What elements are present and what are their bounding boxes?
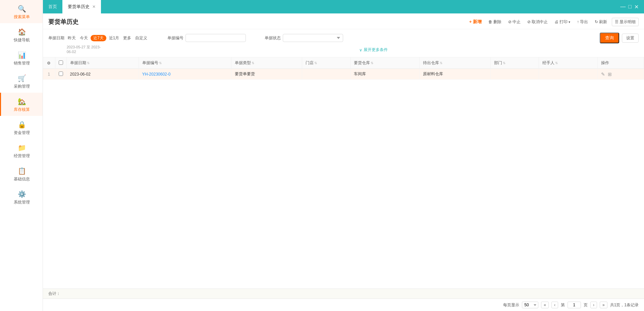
date-shortcuts: 昨天今天近7天近1月更多自定义: [66, 35, 149, 41]
system-icon: ⚙️: [18, 190, 26, 198]
close-window-icon[interactable]: ✕: [634, 4, 639, 10]
row-actions: ✎ ⊞: [597, 69, 644, 80]
row-order-no: YH-20230602-0: [139, 69, 231, 80]
export-icon: ↑: [577, 19, 579, 24]
prev-page-button[interactable]: ‹: [551, 302, 558, 308]
basicinfo-icon: 📋: [18, 167, 26, 175]
sidebar-item-purchase[interactable]: 🛒 采购管理: [0, 70, 43, 93]
select-all-checkbox[interactable]: [59, 60, 63, 65]
row-checkbox[interactable]: [59, 72, 63, 76]
tab-label-home: 首页: [48, 4, 57, 10]
date-shortcut-近1月[interactable]: 近1月: [108, 35, 121, 41]
order-no-filter-group: 单据编号: [167, 34, 246, 42]
tab-label-requisition-history: 要货单历史: [68, 4, 90, 10]
col-order-no[interactable]: 单据编号⇅: [139, 57, 231, 69]
col-pending-warehouse[interactable]: 待出仓库⇅: [420, 57, 491, 69]
table-row: 1 2023-06-02 YH-20230602-0 要货单要货 车间库 原材料…: [43, 69, 644, 80]
sidebar-item-system[interactable]: ⚙️ 系统管理: [0, 185, 43, 209]
col-req-warehouse[interactable]: 要货仓库⇅: [351, 57, 420, 69]
col-store[interactable]: 门店⇅: [302, 57, 351, 69]
detail-icon[interactable]: ⊞: [608, 72, 612, 77]
tab-home[interactable]: 首页: [43, 0, 62, 13]
purchase-icon: 🛒: [18, 74, 26, 82]
row-order-type: 要货单要货: [231, 69, 302, 80]
row-checkbox-cell: [55, 69, 66, 80]
status-label: 单据状态: [265, 35, 281, 41]
row-pending-warehouse: 原材料仓库: [420, 69, 491, 80]
next-page-button[interactable]: ›: [590, 302, 597, 308]
delete-icon: 🗑: [488, 19, 492, 24]
topbar-right: — □ ✕: [620, 4, 644, 10]
status-select[interactable]: [283, 34, 343, 42]
sidebar-item-finance[interactable]: 🔒 资金管理: [0, 116, 43, 139]
filter-row-2: 2023-05-27 至 2023-06-02 ∨ 展开更多条件: [48, 44, 639, 54]
table-header-row: ⚙ 单据日期⇅ 单据编号⇅ 单据类型⇅ 门店⇅ 要货仓库⇅ 待出仓库⇅ 部门⇅ …: [43, 57, 644, 69]
order-no-input[interactable]: [185, 34, 246, 42]
edit-icon[interactable]: ✎: [601, 72, 605, 77]
row-req-warehouse: 车间库: [351, 69, 420, 80]
suspend-icon: ⊘: [508, 19, 512, 24]
last-page-button[interactable]: »: [600, 302, 607, 308]
page-size-label: 每页显示: [503, 302, 519, 308]
new-button[interactable]: + 新增: [467, 17, 484, 26]
minimize-icon[interactable]: —: [620, 4, 626, 10]
table-footer: 合计：: [43, 288, 644, 299]
date-shortcut-自定义[interactable]: 自定义: [134, 35, 149, 41]
sidebar-item-label-operations: 经营管理: [14, 153, 30, 159]
date-shortcut-近7天[interactable]: 近7天: [91, 35, 106, 41]
refresh-button[interactable]: ↻ 刷新: [593, 18, 609, 26]
total-info: 共1页，1条记录: [610, 302, 639, 308]
quicknav-icon: 🏠: [18, 28, 26, 36]
order-no-link[interactable]: YH-20230602-0: [142, 72, 171, 77]
date-shortcut-昨天[interactable]: 昨天: [66, 35, 77, 41]
sales-icon: 📊: [18, 51, 26, 59]
total-label: 合计：: [48, 291, 60, 296]
date-filter-label: 单据日期: [48, 35, 64, 41]
filter-row-1: 单据日期 昨天今天近7天近1月更多自定义 单据编号 单据状态: [48, 33, 639, 43]
print-icon: 🖨: [554, 19, 558, 24]
export-button[interactable]: ↑ 导出: [575, 18, 590, 26]
col-order-type[interactable]: 单据类型⇅: [231, 57, 302, 69]
page-word: 第: [561, 302, 565, 308]
col-settings[interactable]: ⚙: [43, 57, 55, 69]
pagination-bar: 每页显示 50 10 20 100 « ‹ 第 页 › » 共1页，1条记录: [43, 299, 644, 311]
tab-requisition-history[interactable]: 要货单历史✕: [62, 0, 101, 13]
finance-icon: 🔒: [18, 121, 26, 129]
display-detail-button[interactable]: ☰ 显示明细: [612, 18, 639, 26]
sidebar-item-inventory[interactable]: 🏡 库存核算: [0, 93, 43, 116]
filter-actions: 查询 设置: [600, 33, 639, 43]
delete-button[interactable]: 🗑 删除: [486, 18, 503, 26]
sidebar-item-basicinfo[interactable]: 📋 基础信息: [0, 162, 43, 185]
page-size-select[interactable]: 50 10 20 100: [522, 302, 538, 308]
sidebar-item-label-purchase: 采购管理: [14, 84, 30, 89]
sidebar-item-operations[interactable]: 📁 经营管理: [0, 139, 43, 162]
tab-close-requisition-history[interactable]: ✕: [92, 4, 96, 9]
col-date[interactable]: 单据日期⇅: [66, 57, 139, 69]
page-label: 页: [584, 302, 588, 308]
data-table: ⚙ 单据日期⇅ 单据编号⇅ 单据类型⇅ 门店⇅ 要货仓库⇅ 待出仓库⇅ 部门⇅ …: [43, 57, 644, 80]
expand-area: ∨ 展开更多条件: [108, 45, 639, 53]
sidebar-item-quicknav[interactable]: 🏠 快捷导航: [0, 23, 43, 46]
content-area: 要货单历史 + 新增 🗑 删除 ⊘ 中止 ⊘ 取消中止 🖨 打印: [43, 13, 644, 311]
page-input[interactable]: [568, 302, 581, 308]
col-department[interactable]: 部门⇅: [490, 57, 539, 69]
first-page-button[interactable]: «: [541, 302, 549, 308]
row-handler: [539, 69, 597, 80]
row-num: 1: [43, 69, 55, 80]
order-no-label: 单据编号: [167, 35, 183, 41]
date-shortcut-今天[interactable]: 今天: [78, 35, 89, 41]
sidebar: 🔍 搜索菜单 🏠 快捷导航 📊 销售管理 🛒 采购管理 🏡 库存核算 🔒 资金管…: [0, 0, 43, 311]
sidebar-item-search[interactable]: 🔍 搜索菜单: [0, 0, 43, 23]
date-shortcut-更多[interactable]: 更多: [122, 35, 132, 41]
cancel-suspend-button[interactable]: ⊘ 取消中止: [525, 18, 550, 26]
row-date: 2023-06-02: [66, 69, 139, 80]
maximize-icon[interactable]: □: [628, 4, 632, 10]
query-button[interactable]: 查询: [600, 33, 619, 43]
expand-more-button[interactable]: ∨ 展开更多条件: [359, 47, 388, 53]
display-detail-icon: ☰: [615, 19, 619, 24]
print-button[interactable]: 🖨 打印 ▾: [552, 18, 572, 26]
col-handler[interactable]: 经手人⇅: [539, 57, 597, 69]
sidebar-item-sales[interactable]: 📊 销售管理: [0, 46, 43, 70]
suspend-button[interactable]: ⊘ 中止: [506, 18, 523, 26]
settings-button[interactable]: 设置: [622, 34, 639, 43]
